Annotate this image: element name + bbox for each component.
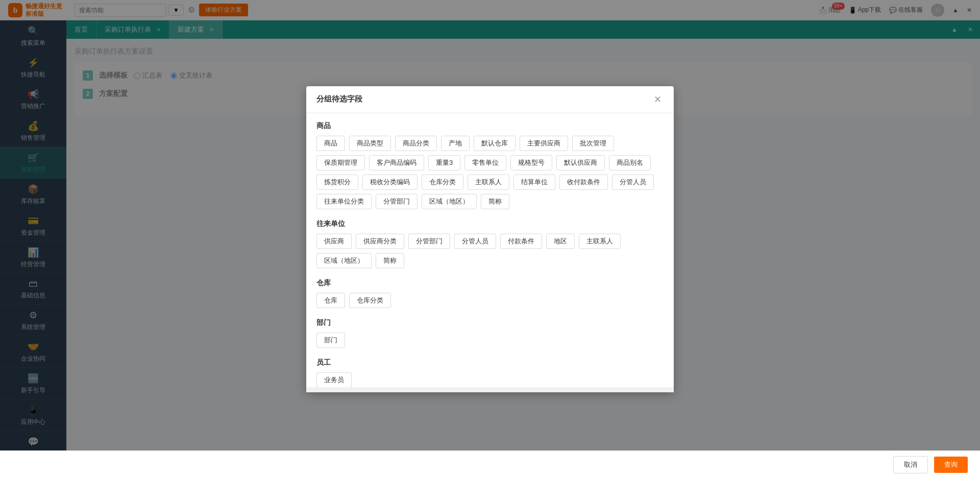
tag-goods-5[interactable]: 主要供应商 bbox=[520, 136, 568, 151]
tag-goods-14[interactable]: 拣货积分 bbox=[316, 174, 358, 190]
tag-emp-0[interactable]: 业务员 bbox=[316, 372, 352, 387]
tag-goods-18[interactable]: 结算单位 bbox=[513, 174, 555, 190]
tag-goods-12[interactable]: 默认供应商 bbox=[556, 155, 605, 170]
tag-goods-19[interactable]: 收付款条件 bbox=[559, 174, 608, 190]
tag-partner-4[interactable]: 付款条件 bbox=[500, 234, 542, 249]
tag-goods-10[interactable]: 零售单位 bbox=[464, 155, 506, 170]
section-partner: 往来单位 供应商 供应商分类 分管部门 分管人员 付款条件 地区 主联系人 区域… bbox=[316, 219, 664, 268]
section-employee-title: 员工 bbox=[316, 358, 664, 367]
section-department: 部门 部门 bbox=[316, 318, 664, 348]
modal-close-btn[interactable]: ✕ bbox=[651, 93, 664, 106]
tag-partner-3[interactable]: 分管人员 bbox=[454, 234, 496, 249]
tag-dept-0[interactable]: 部门 bbox=[316, 333, 345, 348]
tag-partner-0[interactable]: 供应商 bbox=[316, 234, 352, 249]
tag-goods-4[interactable]: 默认仓库 bbox=[474, 136, 516, 151]
modal-title: 分组待选字段 bbox=[316, 94, 362, 104]
tag-goods-9[interactable]: 重量3 bbox=[428, 155, 460, 170]
section-employee: 员工 业务员 bbox=[316, 358, 664, 387]
modal-header: 分组待选字段 ✕ bbox=[306, 86, 674, 113]
section-department-title: 部门 bbox=[316, 318, 664, 328]
modal-body: 商品 商品 商品类型 商品分类 产地 默认仓库 主要供应商 批次管理 保质期管理… bbox=[306, 113, 674, 387]
tag-partner-1[interactable]: 供应商分类 bbox=[356, 234, 404, 249]
employee-tags: 业务员 bbox=[316, 372, 664, 387]
tag-goods-7[interactable]: 保质期管理 bbox=[316, 155, 365, 170]
tag-goods-8[interactable]: 客户商品编码 bbox=[369, 155, 424, 170]
tag-partner-2[interactable]: 分管部门 bbox=[408, 234, 450, 249]
tag-goods-2[interactable]: 商品分类 bbox=[395, 136, 437, 151]
tag-goods-16[interactable]: 仓库分类 bbox=[422, 174, 463, 190]
tag-goods-24[interactable]: 简称 bbox=[481, 194, 509, 209]
tag-goods-1[interactable]: 商品类型 bbox=[349, 136, 391, 151]
section-warehouse: 仓库 仓库 仓库分类 bbox=[316, 279, 664, 308]
field-selection-modal: 分组待选字段 ✕ 商品 商品 商品类型 商品分类 产地 默认仓库 主要供应商 批… bbox=[306, 86, 674, 392]
tag-goods-20[interactable]: 分管人员 bbox=[612, 174, 654, 190]
cancel-button[interactable]: 取消 bbox=[893, 456, 928, 473]
tag-goods-23[interactable]: 区域（地区） bbox=[422, 194, 477, 209]
tag-partner-8[interactable]: 简称 bbox=[376, 253, 404, 268]
tag-goods-6[interactable]: 批次管理 bbox=[572, 136, 614, 151]
tag-goods-17[interactable]: 主联系人 bbox=[468, 174, 509, 190]
section-goods-title: 商品 bbox=[316, 121, 664, 131]
department-tags: 部门 bbox=[316, 333, 664, 348]
tag-goods-13[interactable]: 商品别名 bbox=[609, 155, 651, 170]
goods-tags: 商品 商品类型 商品分类 产地 默认仓库 主要供应商 批次管理 保质期管理 客户… bbox=[316, 136, 664, 209]
tag-partner-7[interactable]: 区域（地区） bbox=[316, 253, 372, 268]
section-partner-title: 往来单位 bbox=[316, 219, 664, 229]
warehouse-tags: 仓库 仓库分类 bbox=[316, 293, 664, 308]
tag-warehouse-1[interactable]: 仓库分类 bbox=[349, 293, 391, 308]
tag-goods-0[interactable]: 商品 bbox=[316, 136, 345, 151]
tag-partner-5[interactable]: 地区 bbox=[546, 234, 575, 249]
partner-tags: 供应商 供应商分类 分管部门 分管人员 付款条件 地区 主联系人 区域（地区） … bbox=[316, 234, 664, 268]
section-warehouse-title: 仓库 bbox=[316, 279, 664, 288]
tag-goods-15[interactable]: 税收分类编码 bbox=[362, 174, 418, 190]
modal-overlay: 分组待选字段 ✕ 商品 商品 商品类型 商品分类 产地 默认仓库 主要供应商 批… bbox=[0, 0, 980, 478]
tag-goods-11[interactable]: 规格型号 bbox=[510, 155, 552, 170]
tag-goods-21[interactable]: 往来单位分类 bbox=[316, 194, 372, 209]
tag-goods-22[interactable]: 分管部门 bbox=[376, 194, 418, 209]
tag-goods-3[interactable]: 产地 bbox=[441, 136, 470, 151]
tag-partner-6[interactable]: 主联系人 bbox=[579, 234, 621, 249]
confirm-button[interactable]: 查询 bbox=[934, 457, 968, 473]
modal-footer: 取消 查询 bbox=[0, 450, 980, 478]
tag-warehouse-0[interactable]: 仓库 bbox=[316, 293, 345, 308]
modal-hscroll[interactable] bbox=[306, 387, 674, 392]
section-goods: 商品 商品 商品类型 商品分类 产地 默认仓库 主要供应商 批次管理 保质期管理… bbox=[316, 121, 664, 209]
